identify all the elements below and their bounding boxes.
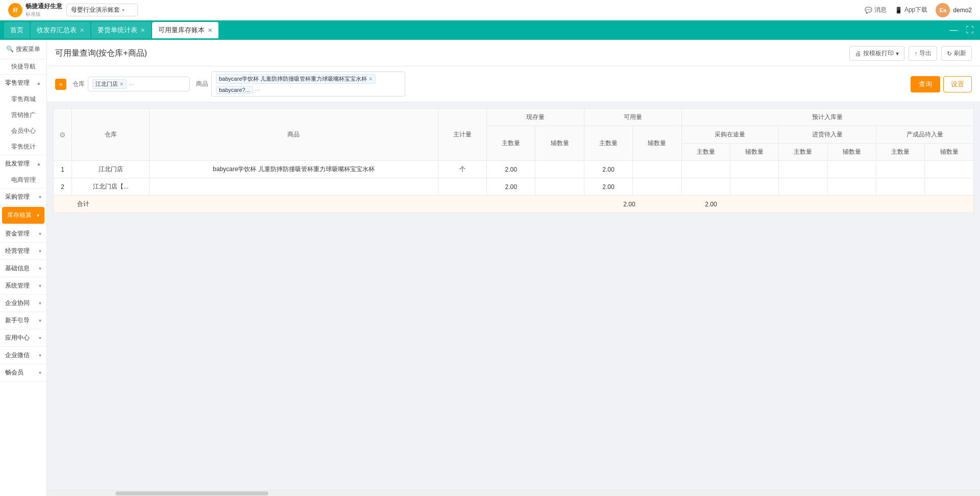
warehouse-tag-remove-icon[interactable]: ✕ xyxy=(119,81,124,87)
table-settings-icon[interactable]: ⚙ xyxy=(59,131,66,139)
table-row: 1 江北门店 babycare学饮杯 儿童防摔防撞吸管杯重力球吸嘴杯宝宝水杯 个… xyxy=(54,161,974,178)
query-btn[interactable]: 查询 xyxy=(911,76,940,92)
sidebar-guide-header[interactable]: 新手引导 ▾ xyxy=(0,312,46,329)
sidebar-retail-header[interactable]: 零售管理 ▲ xyxy=(0,75,46,91)
sidebar-inventory-header[interactable]: 库存核算 ▾ xyxy=(2,207,44,224)
table-container: ⚙ 仓库 商品 主计量 现存量 xyxy=(47,102,980,490)
expand-icon: » xyxy=(59,81,63,88)
sidebar-operations-header[interactable]: 经营管理 ▾ xyxy=(0,243,46,259)
industry-label: 母婴行业演示账套 xyxy=(71,6,120,14)
message-btn[interactable]: 💬 消息 xyxy=(865,6,887,14)
sidebar-inventory-label: 库存核算 xyxy=(7,211,32,220)
user-area[interactable]: Ea demo2 xyxy=(936,3,972,17)
sidebar-wholesale-header[interactable]: 批发管理 ▲ xyxy=(0,155,46,172)
col-available-aux-header: 辅数量 xyxy=(633,126,681,161)
tab-receipt-summary-close-icon[interactable]: ✕ xyxy=(80,27,84,34)
tab-available-stock[interactable]: 可用量库存账本 ✕ xyxy=(152,22,218,38)
tab-home-label: 首页 xyxy=(10,26,23,35)
sidebar-system-header[interactable]: 系统管理 ▾ xyxy=(0,277,46,294)
sidebar-collab-header[interactable]: 企业协同 ▾ xyxy=(0,295,46,312)
cell-current-aux-0 xyxy=(535,161,584,178)
sidebar-item-retail-shop[interactable]: 零售商城 xyxy=(0,91,46,107)
top-bar-left: 好 畅捷通好生意 标准版 母婴行业演示账套 ▾ xyxy=(8,2,138,18)
sidebar-retail-arrow-icon: ▲ xyxy=(36,80,41,86)
sidebar-member-header[interactable]: 畅会员 ▾ xyxy=(0,364,46,381)
quick-nav-label: 快捷导航 xyxy=(11,63,36,70)
sidebar-purchase-header[interactable]: 采购管理 ▾ xyxy=(0,188,46,205)
tab-order-summary-close-icon[interactable]: ✕ xyxy=(140,27,145,34)
warehouse-tag-label: 江北门店 xyxy=(95,80,118,88)
cell-row-num-0: 1 xyxy=(54,161,72,178)
product-input[interactable]: babycare学饮杯 儿童防摔防撞吸管杯重力球吸嘴杯宝宝水杯 ✕ babyca… xyxy=(211,72,405,97)
filter-expand-btn[interactable]: » xyxy=(55,79,66,90)
print-template-btn[interactable]: 🖨 按模板打印 ▾ xyxy=(849,46,904,61)
sidebar-basic-label: 基础信息 xyxy=(5,264,30,273)
page-header-actions: 🖨 按模板打印 ▾ ↑ 导出 ↻ 刷新 xyxy=(849,46,972,66)
tab-order-summary[interactable]: 要货单统计表 ✕ xyxy=(91,22,151,38)
sidebar-item-marketing[interactable]: 营销推广 xyxy=(0,107,46,123)
warehouse-input[interactable]: 江北门店 ✕ ··· xyxy=(88,77,190,91)
col-production-in-main-header: 主数量 xyxy=(876,144,925,161)
tab-bar: 首页 收发存汇总表 ✕ 要货单统计表 ✕ 可用量库存账本 ✕ — ⛶ xyxy=(0,20,980,40)
sidebar-item-ecommerce[interactable]: 电商管理 xyxy=(0,172,46,188)
col-production-in-header: 产成品待入量 xyxy=(876,126,974,144)
sidebar-item-retail-stats[interactable]: 零售统计 xyxy=(0,139,46,155)
sidebar-item-member-center[interactable]: 会员中心 xyxy=(0,123,46,139)
tab-receipt-summary[interactable]: 收发存汇总表 ✕ xyxy=(31,22,90,38)
cell-unit-1 xyxy=(438,178,486,196)
cell-current-aux-1 xyxy=(535,178,584,196)
sidebar-section-operations: 经营管理 ▾ xyxy=(0,243,46,260)
cell-warehouse-0: 江北门店 xyxy=(72,161,150,178)
cell-production-in-aux-0 xyxy=(925,161,974,178)
sidebar-member-label: 畅会员 xyxy=(5,368,23,377)
message-icon: 💬 xyxy=(865,7,872,14)
industry-selector[interactable]: 母婴行业演示账套 ▾ xyxy=(66,4,138,16)
app-download-btn[interactable]: 📱 App下载 xyxy=(895,6,927,14)
sidebar-purchase-arrow-icon: ▾ xyxy=(39,194,41,200)
table-footer: 合计 2.00 2.00 xyxy=(53,196,974,213)
setting-btn[interactable]: 设置 xyxy=(943,76,972,92)
col-goods-in-header: 进货待入量 xyxy=(779,126,876,144)
refresh-btn[interactable]: ↻ 刷新 xyxy=(941,46,972,61)
product-tag-label-0: babycare学饮杯 儿童防摔防撞吸管杯重力球吸嘴杯宝宝水杯 xyxy=(219,75,367,83)
product-tag-0-remove-icon[interactable]: ✕ xyxy=(369,76,373,82)
cell-production-in-aux-1 xyxy=(925,178,974,196)
sidebar-section-wholesale: 批发管理 ▲ 电商管理 xyxy=(0,155,46,188)
sidebar-section-guide: 新手引导 ▾ xyxy=(0,312,46,329)
col-current-main-header: 主数量 xyxy=(486,126,535,161)
cell-row-num-1: 2 xyxy=(54,178,72,196)
tab-minimize-icon[interactable]: — xyxy=(947,23,960,37)
sidebar-section-retail: 零售管理 ▲ 零售商城 营销推广 会员中心 零售统计 xyxy=(0,75,46,155)
tab-home[interactable]: 首页 xyxy=(4,22,30,38)
sidebar-purchase-label: 采购管理 xyxy=(5,193,30,201)
product-tag-0: babycare学饮杯 儿童防摔防撞吸管杯重力球吸嘴杯宝宝水杯 ✕ xyxy=(216,74,376,84)
print-dropdown-icon: ▾ xyxy=(896,50,899,57)
sidebar-appstore-header[interactable]: 应用中心 ▾ xyxy=(0,329,46,346)
sidebar-finance-header[interactable]: 资金管理 ▾ xyxy=(0,225,46,242)
sidebar-operations-label: 经营管理 xyxy=(5,247,30,255)
footer-available-main: 2.00 xyxy=(691,201,731,208)
cell-current-main-0: 2.00 xyxy=(486,161,535,178)
sidebar-section-basic: 基础信息 ▾ xyxy=(0,260,46,277)
export-btn[interactable]: ↑ 导出 xyxy=(909,46,937,61)
warehouse-more-icon[interactable]: ··· xyxy=(129,81,134,88)
col-unit-header: 主计量 xyxy=(438,109,486,161)
content-area: 可用量查询(按仓库+商品) 🖨 按模板打印 ▾ ↑ 导出 ↻ 刷新 xyxy=(47,40,980,496)
product-more-icon[interactable]: ··· xyxy=(255,86,260,93)
col-available-main-header: 主数量 xyxy=(584,126,632,161)
sidebar-wechat-header[interactable]: 企业微信 ▾ xyxy=(0,347,46,364)
sidebar-appstore-arrow-icon: ▾ xyxy=(39,335,41,341)
tab-available-stock-close-icon[interactable]: ✕ xyxy=(208,27,212,34)
sidebar-quick-nav[interactable]: 快捷导航 xyxy=(0,59,46,75)
sidebar-basic-header[interactable]: 基础信息 ▾ xyxy=(0,260,46,277)
col-purchase-in-aux-header: 辅数量 xyxy=(730,144,778,161)
export-label: 导出 xyxy=(919,49,932,58)
scroll-thumb[interactable] xyxy=(115,491,268,495)
scroll-bar[interactable] xyxy=(47,490,980,496)
sidebar-wholesale-label: 批发管理 xyxy=(5,159,30,168)
warehouse-tag-0: 江北门店 ✕ xyxy=(92,79,127,89)
filter-row: » 仓库 江北门店 ✕ ··· 商品 babycare学饮杯 儿童防摔防撞吸管杯… xyxy=(47,66,980,102)
print-label: 按模板打印 xyxy=(863,49,894,58)
sidebar-search[interactable]: 🔍 搜索菜单 xyxy=(0,40,46,59)
tab-fullscreen-icon[interactable]: ⛶ xyxy=(964,23,976,37)
